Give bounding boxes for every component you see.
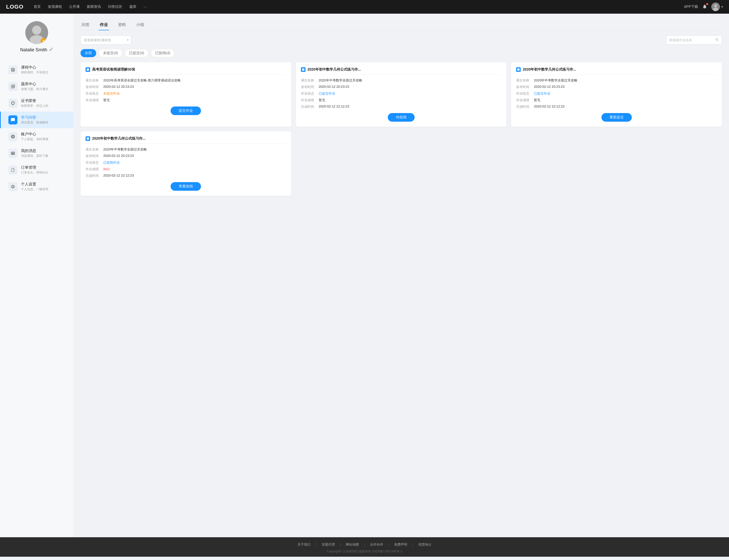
- footer-partners[interactable]: 合作伙伴: [370, 542, 383, 547]
- pending-review-button-2[interactable]: 待批阅: [388, 113, 415, 122]
- questionbank-icon: [8, 82, 17, 91]
- courses-title: 课程中心: [21, 65, 48, 70]
- status-tab-reviewed[interactable]: 已批阅(4): [151, 49, 174, 57]
- avatar-chevron: ▾: [721, 5, 723, 9]
- status-tab-not-submitted[interactable]: 未提交(4): [99, 49, 122, 57]
- qa-subtitle: 课后重温、疑难解答: [21, 120, 48, 125]
- complete-time-3: 2020-02-12 22:12:23: [534, 104, 717, 108]
- sidebar-item-messages[interactable]: 我的消息 消息通知、及时了解: [0, 145, 73, 162]
- view-review-button-4[interactable]: 查看批阅: [171, 182, 201, 191]
- nav-home[interactable]: 首页: [34, 5, 41, 9]
- content-tabs: 问答 作业 资料 小组: [80, 20, 722, 30]
- nav-discover[interactable]: 发现课程: [48, 5, 62, 9]
- footer-sitemap[interactable]: 网站地图: [346, 542, 359, 547]
- nav-quiz[interactable]: 题库: [129, 5, 136, 9]
- homework-card-2: 2020年初中数学几何公式练习作... 课次名称 2020年中考数学全面过关攻略…: [296, 62, 507, 127]
- app-download-link[interactable]: APP下载: [684, 5, 698, 9]
- course-select[interactable]: 请选择课程/课程包: [80, 35, 131, 45]
- status-tab-all[interactable]: 全部: [80, 49, 96, 57]
- sidebar-item-settings[interactable]: 个人设置 个人信息、一键管理: [0, 178, 73, 195]
- publish-time-3: 2020-02-12 20:23:23: [534, 85, 717, 89]
- publish-time-1: 2020-02-12 20:23:23: [103, 85, 286, 89]
- sidebar-item-qa[interactable]: 学习问答 课后重温、疑难解答: [0, 112, 73, 128]
- tab-qa[interactable]: 问答: [80, 20, 91, 30]
- footer-join[interactable]: 招贤纳士: [419, 542, 432, 547]
- nav-qa[interactable]: 问答社区: [108, 5, 122, 9]
- card-title-1: 高考英语试卷阅读理解30张: [92, 67, 135, 72]
- tab-homework[interactable]: 作业: [99, 20, 109, 30]
- card-badge-2: [301, 67, 305, 72]
- cards-grid: 高考英语试卷阅读理解30张 课次名称 2020年高考英语全面过关攻略-第六期零基…: [80, 62, 722, 196]
- status-4: 已批阅作业: [103, 160, 286, 165]
- certificates-icon: [8, 99, 17, 108]
- user-avatar: [711, 3, 720, 11]
- orders-title: 订单管理: [21, 165, 48, 170]
- user-avatar-button[interactable]: ▾: [711, 3, 723, 11]
- search-box: [666, 35, 722, 45]
- profile-edit-icon[interactable]: [49, 47, 53, 53]
- submit-button-1[interactable]: 提交作业: [171, 106, 201, 115]
- label: 课次名称: [86, 78, 103, 83]
- sidebar-item-questionbank[interactable]: 题库中心 海量习题、助力通关: [0, 78, 73, 95]
- score-2: 暂无: [319, 98, 502, 102]
- course-name-1: 2020年高考英语全面过关攻略-第六期零基础语法攻略: [103, 78, 286, 83]
- homework-card-1: 高考英语试卷阅读理解30张 课次名称 2020年高考英语全面过关攻略-第六期零基…: [80, 62, 291, 127]
- questionbank-title: 题库中心: [21, 82, 48, 87]
- sidebar-item-certificates[interactable]: 证书荣誉 收获荣誉、持证上岗: [0, 95, 73, 112]
- svg-point-2: [713, 8, 718, 11]
- status-tab-submitted[interactable]: 已提交(4): [125, 49, 148, 57]
- sidebar-item-orders[interactable]: 订单管理 订单支出、明明白白: [0, 162, 73, 178]
- navbar: LOGO 首页 发现课程 公开课 新闻资讯 问答社区 题库 ··· APP下载 …: [0, 0, 729, 14]
- card-badge-1: [86, 67, 90, 72]
- footer-about[interactable]: 关于我们: [297, 542, 310, 547]
- footer-copyright: Copyright© 云朵商学院 版权所有 京ICP备17051340号-1: [0, 549, 729, 554]
- notification-bell[interactable]: [702, 4, 707, 10]
- course-name-2: 2020年中考数学全面过关攻略: [319, 78, 502, 83]
- sidebar: ★ Natalie Smith 课程中心 精彩课程、不容错过: [0, 14, 73, 537]
- footer-disclaimer[interactable]: 免费声明: [394, 542, 407, 547]
- footer-franchise[interactable]: 加盟代理: [322, 542, 335, 547]
- footer-links: 关于我们 | 加盟代理 | 网站地图 | 合作伙伴 | 免费声明 | 招贤纳士: [0, 542, 729, 547]
- main-content: 问答 作业 资料 小组 请选择课程/课程包 全部: [73, 14, 729, 537]
- main-layout: ★ Natalie Smith 课程中心 精彩课程、不容错过: [0, 14, 729, 537]
- messages-subtitle: 消息通知、及时了解: [21, 154, 48, 158]
- profile-name-text: Natalie Smith: [20, 47, 47, 53]
- score-3: 暂无: [534, 98, 717, 102]
- messages-icon: [8, 149, 17, 158]
- publish-time-2: 2020-02-12 20:23:23: [319, 85, 502, 89]
- course-name-4: 2020年中考数学全面过关攻略: [103, 147, 286, 152]
- svg-point-1: [714, 4, 717, 7]
- filter-row: 请选择课程/课程包: [80, 35, 722, 45]
- nav-open-course[interactable]: 公开课: [69, 5, 80, 9]
- nav-news[interactable]: 新闻资讯: [87, 5, 101, 9]
- svg-point-4: [32, 26, 41, 35]
- search-icon[interactable]: [715, 38, 719, 42]
- card-title-3: 2020年初中数学几何公式练习作...: [523, 67, 576, 72]
- publish-time-4: 2020-02-12 20:23:23: [103, 154, 286, 158]
- status-3: 已提交作业: [534, 91, 717, 96]
- card-badge-3: [516, 67, 521, 72]
- settings-title: 个人设置: [21, 182, 48, 187]
- orders-subtitle: 订单支出、明明白白: [21, 170, 48, 175]
- sidebar-item-account[interactable]: 账户中心 个人权益、实时掌握: [0, 128, 73, 145]
- tab-materials[interactable]: 资料: [117, 20, 127, 30]
- sidebar-item-courses[interactable]: 课程中心 精彩课程、不容错过: [0, 61, 73, 78]
- resubmit-button-3[interactable]: 重新提交: [601, 113, 632, 122]
- sidebar-menu: 课程中心 精彩课程、不容错过 题库中心 海量习题、助力通关 证书荣誉: [0, 61, 73, 195]
- navbar-right: APP下载 ▾: [684, 3, 723, 11]
- questionbank-subtitle: 海量习题、助力通关: [21, 87, 48, 91]
- account-icon: [8, 132, 17, 141]
- tab-group[interactable]: 小组: [135, 20, 145, 30]
- nav-more[interactable]: ···: [143, 5, 146, 9]
- profile-avatar: ★: [25, 21, 48, 44]
- notification-badge: [706, 3, 708, 5]
- vip-badge: ★: [40, 38, 46, 44]
- search-input[interactable]: [669, 38, 715, 42]
- settings-subtitle: 个人信息、一键管理: [21, 187, 48, 191]
- status-2: 已提交作业: [319, 91, 502, 96]
- profile-name: Natalie Smith: [20, 47, 53, 53]
- status-tabs: 全部 未提交(4) 已提交(4) 已批阅(4): [80, 49, 722, 57]
- logo[interactable]: LOGO: [6, 4, 24, 10]
- nav-menu: 首页 发现课程 公开课 新闻资讯 问答社区 题库 ···: [34, 5, 684, 9]
- certificates-title: 证书荣誉: [21, 98, 48, 103]
